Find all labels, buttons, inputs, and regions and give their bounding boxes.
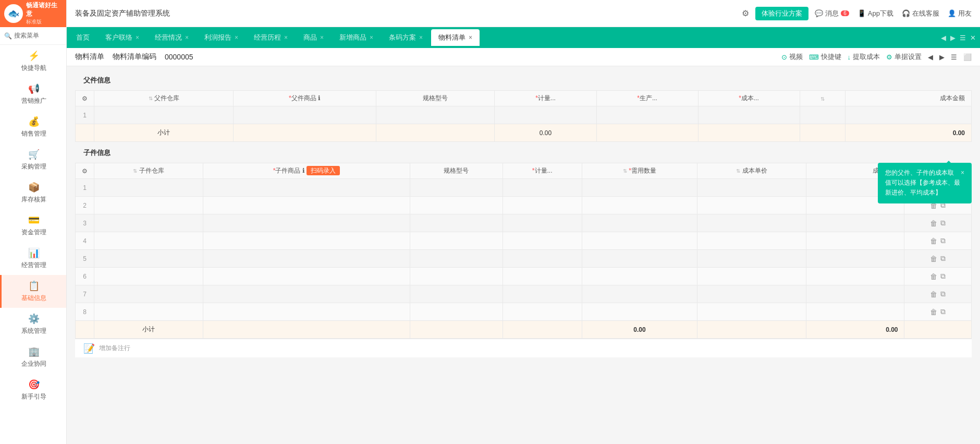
child-col-settings-icon[interactable]: ⚙: [82, 167, 88, 175]
tooltip-close-btn[interactable]: ×: [961, 168, 964, 178]
child-row-4-unit-cost[interactable]: [697, 232, 806, 250]
parent-row-1-goods[interactable]: [234, 106, 376, 124]
sidebar-item-system[interactable]: ⚙️ 系统管理: [0, 308, 66, 341]
child-row-6-unit-cost[interactable]: [697, 268, 806, 285]
trial-button[interactable]: 体验行业方案: [755, 7, 808, 20]
parent-row-1-warehouse[interactable]: [94, 106, 234, 124]
child-row-7-warehouse[interactable]: [94, 285, 203, 303]
tab-barcode-close[interactable]: ×: [419, 34, 423, 41]
tab-history[interactable]: 经营历程 ×: [247, 29, 295, 46]
tab-profit-close[interactable]: ×: [235, 34, 238, 41]
child-row-8-unit[interactable]: [503, 303, 582, 321]
child-row-7-unit[interactable]: [503, 285, 582, 303]
child-th-settings[interactable]: ⚙: [76, 163, 94, 179]
tab-bom-close[interactable]: ×: [469, 34, 472, 41]
tab-operations-close[interactable]: ×: [185, 34, 189, 41]
copy-row-6-icon[interactable]: ⧉: [940, 272, 946, 281]
tab-customer-close[interactable]: ×: [136, 34, 139, 41]
tab-close-btn[interactable]: ✕: [968, 34, 978, 42]
copy-row-5-icon[interactable]: ⧉: [940, 254, 946, 263]
child-row-2-unit-cost[interactable]: [697, 197, 806, 214]
online-service-btn[interactable]: 🎧 在线客服: [902, 9, 939, 18]
child-row-4-warehouse[interactable]: [94, 232, 203, 250]
child-row-2-spec[interactable]: [410, 197, 503, 214]
copy-row-4-icon[interactable]: ⧉: [940, 236, 946, 245]
tab-operations-status[interactable]: 经营情况 ×: [148, 29, 196, 46]
parent-row-1-cost[interactable]: [698, 106, 800, 124]
child-row-1-warehouse[interactable]: [94, 179, 203, 197]
expand-action[interactable]: ⬜: [963, 53, 972, 61]
child-row-1-unit[interactable]: [503, 179, 582, 197]
view-action[interactable]: ⊙ 视频: [781, 52, 803, 62]
child-row-6-unit[interactable]: [503, 268, 582, 285]
child-row-2-warehouse[interactable]: [94, 197, 203, 214]
sidebar-item-purchase[interactable]: 🛒 采购管理: [0, 143, 66, 176]
child-row-1-unit-cost[interactable]: [697, 179, 806, 197]
child-row-3-quantity[interactable]: [582, 214, 697, 232]
sidebar-item-enterprise[interactable]: 🏢 企业协同: [0, 341, 66, 374]
tab-customer[interactable]: 客户联络 ×: [98, 29, 146, 46]
child-row-5-quantity[interactable]: [582, 250, 697, 268]
add-note-icon[interactable]: 📝: [83, 343, 95, 354]
child-row-2-goods[interactable]: [203, 197, 410, 214]
child-row-6-warehouse[interactable]: [94, 268, 203, 285]
child-row-3-unit[interactable]: [503, 214, 582, 232]
tab-next-arrow[interactable]: ▶: [948, 34, 958, 42]
delete-row-4-icon[interactable]: 🗑: [930, 237, 937, 245]
child-row-4-spec[interactable]: [410, 232, 503, 250]
sidebar-item-sales[interactable]: 💰 销售管理: [0, 111, 66, 143]
child-row-5-unit[interactable]: [503, 250, 582, 268]
copy-row-8-icon[interactable]: ⧉: [940, 307, 946, 316]
tab-goods-close[interactable]: ×: [320, 34, 324, 41]
tab-new-goods-close[interactable]: ×: [370, 34, 373, 41]
settings-gear-icon[interactable]: ⚙: [742, 8, 749, 18]
child-row-4-quantity[interactable]: [582, 232, 697, 250]
child-row-3-spec[interactable]: [410, 214, 503, 232]
copy-row-7-icon[interactable]: ⧉: [940, 290, 946, 298]
scan-button[interactable]: 扫码录入: [307, 166, 340, 175]
tab-profit[interactable]: 利润报告 ×: [197, 29, 246, 46]
child-row-4-goods[interactable]: [203, 232, 410, 250]
user-btn[interactable]: 👤 用友: [948, 9, 972, 18]
child-row-5-warehouse[interactable]: [94, 250, 203, 268]
shortcut-action[interactable]: ⌨ 快捷键: [809, 52, 841, 62]
child-row-3-goods[interactable]: [203, 214, 410, 232]
sidebar-item-guide[interactable]: 🎯 新手引导: [0, 374, 66, 406]
app-download-btn[interactable]: 📱 App下载: [858, 9, 893, 18]
child-row-8-quantity[interactable]: [582, 303, 697, 321]
parent-row-1-production[interactable]: [596, 106, 698, 124]
sidebar-item-operations[interactable]: 📊 经营管理: [0, 242, 66, 275]
child-row-8-unit-cost[interactable]: [697, 303, 806, 321]
child-row-8-goods[interactable]: [203, 303, 410, 321]
tab-new-goods[interactable]: 新增商品 ×: [332, 29, 381, 46]
sidebar-item-marketing[interactable]: 📢 营销推广: [0, 78, 66, 111]
sidebar-item-inventory[interactable]: 📦 库存核算: [0, 176, 66, 209]
child-row-3-warehouse[interactable]: [94, 214, 203, 232]
child-row-8-spec[interactable]: [410, 303, 503, 321]
child-row-1-goods[interactable]: [203, 179, 410, 197]
tab-home[interactable]: 首页: [69, 29, 97, 46]
child-row-1-quantity[interactable]: [582, 179, 697, 197]
child-row-5-goods[interactable]: [203, 250, 410, 268]
copy-row-3-icon[interactable]: ⧉: [940, 219, 946, 227]
child-row-4-unit[interactable]: [503, 232, 582, 250]
delete-row-3-icon[interactable]: 🗑: [930, 219, 937, 227]
child-row-7-quantity[interactable]: [582, 285, 697, 303]
parent-th-settings[interactable]: ⚙: [76, 91, 94, 106]
delete-row-8-icon[interactable]: 🗑: [930, 308, 937, 316]
child-row-5-unit-cost[interactable]: [697, 250, 806, 268]
delete-row-5-icon[interactable]: 🗑: [930, 255, 937, 263]
child-row-8-warehouse[interactable]: [94, 303, 203, 321]
child-row-6-goods[interactable]: [203, 268, 410, 285]
child-row-2-quantity[interactable]: [582, 197, 697, 214]
delete-row-7-icon[interactable]: 🗑: [930, 290, 937, 298]
list-view-action[interactable]: ☰: [951, 53, 957, 61]
sidebar-item-finance[interactable]: 💳 资金管理: [0, 209, 66, 242]
child-row-1-spec[interactable]: [410, 179, 503, 197]
parent-row-1-unit[interactable]: [495, 106, 596, 124]
search-menu[interactable]: 🔍 搜索菜单: [0, 27, 66, 45]
nav-left-action[interactable]: ◀: [928, 53, 933, 61]
parent-row-1-spec[interactable]: [376, 106, 495, 124]
delete-row-6-icon[interactable]: 🗑: [930, 272, 937, 281]
child-row-3-unit-cost[interactable]: [697, 214, 806, 232]
